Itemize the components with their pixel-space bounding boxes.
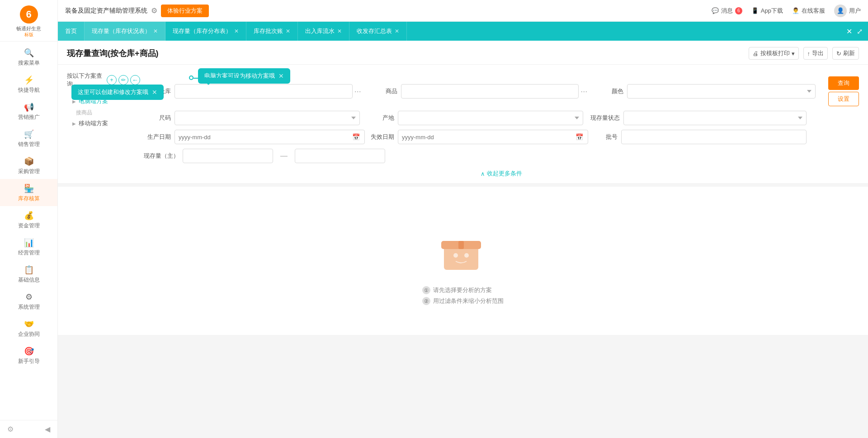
scheme-sub-warehouse[interactable]: 接商品 (76, 108, 140, 118)
operations-icon: 📊 (24, 238, 34, 248)
filter-group-warehouse: 仓库 ··· (144, 84, 363, 99)
export-icon: ↑ (807, 50, 811, 57)
app-download-icon: 📱 (751, 7, 759, 14)
tab-batch-ledger[interactable]: 库存批次账 ✕ (246, 22, 298, 41)
content-area: 现存量查询(按仓库+商品) 🖨 按模板打印 ▾ ↑ 导出 ↻ 刷新 (58, 41, 868, 438)
sidebar-bottom: ⚙ ◀ (0, 420, 57, 438)
tooltip2-close[interactable]: ✕ (152, 89, 157, 96)
online-service-label: 在线客服 (802, 7, 825, 15)
sidebar-item-inventory[interactable]: 🏪 库存核算 (0, 179, 57, 206)
collapse-sidebar-icon[interactable]: ◀ (45, 425, 50, 433)
sidebar-item-finance[interactable]: 💰 资金管理 (0, 206, 57, 233)
stock-status-select[interactable] (623, 111, 807, 125)
hint1-text: 请先选择要分析的方案 (433, 286, 492, 294)
template-print-btn[interactable]: 🖨 按模板打印 ▾ (749, 47, 799, 60)
produce-date-wrap: 📅 (175, 130, 360, 144)
app-download-item[interactable]: 📱 App下载 (751, 7, 783, 15)
page-title: 现存量查询(按仓库+商品) (67, 48, 159, 59)
basic-info-icon: 📋 (24, 265, 34, 275)
filter-group-produce-date: 生产日期 📅 (144, 130, 360, 144)
filter-row-3: 生产日期 📅 失效日期 (144, 130, 859, 144)
tab-in-out-flow-label: 出入库流水 (305, 27, 335, 35)
sales-icon: 🛒 (24, 129, 34, 139)
sidebar-item-purchase[interactable]: 📦 采购管理 (0, 152, 57, 179)
quick-nav-icon: ⚡ (24, 75, 34, 85)
size-select[interactable] (175, 111, 360, 125)
svg-point-4 (464, 253, 469, 258)
tab-receive-summary-label: 收发存汇总表 (357, 27, 392, 35)
warehouse-dots[interactable]: ··· (353, 87, 363, 96)
sidebar-item-system[interactable]: ⚙ 系统管理 (0, 287, 57, 315)
expand-tab-icon[interactable]: ⤢ (857, 27, 863, 36)
produce-date-input[interactable] (175, 130, 365, 144)
collapse-more-btn[interactable]: ∧ 收起更多条件 (481, 170, 522, 178)
tab-inventory-distribution-close[interactable]: ✕ (234, 28, 239, 34)
sidebar-item-guide[interactable]: 🎯 新手引导 (0, 342, 57, 369)
warehouse-input[interactable] (175, 84, 353, 99)
stock-qty-min[interactable] (183, 149, 273, 163)
scheme-mobile[interactable]: ▶ 移动端方案 (67, 118, 140, 129)
svg-rect-2 (458, 241, 464, 249)
hint2-text: 用过滤条件来缩小分析范围 (433, 297, 504, 305)
stock-qty-max[interactable] (295, 149, 385, 163)
sidebar-item-basic-info[interactable]: 📋 基础信息 (0, 260, 57, 287)
settings-bottom-icon[interactable]: ⚙ (7, 425, 14, 433)
hint1-num: ① (422, 286, 430, 294)
size-select-wrap (175, 111, 360, 125)
user-avatar: 👤 (834, 5, 847, 17)
user-label: 用户 (849, 7, 861, 15)
goods-dots[interactable]: ··· (579, 87, 589, 96)
tab-inventory-distribution-label: 现存量（库存分布表） (173, 27, 231, 35)
tab-in-out-flow-close[interactable]: ✕ (337, 28, 342, 34)
origin-select[interactable] (398, 111, 583, 125)
tooltip-pc-scheme: 电脑方案可设为移动方案哦 ✕ (198, 68, 290, 84)
tab-inventory-status-close[interactable]: ✕ (153, 28, 158, 34)
tooltip2-text: 这里可以创建和修改方案哦 (78, 88, 148, 96)
empty-illustration (436, 223, 490, 277)
filter-group-expire-date: 失效日期 📅 (367, 130, 583, 144)
tooltip1-text: 电脑方案可设为移动方案哦 (204, 72, 275, 80)
tab-home-label: 首页 (65, 27, 77, 35)
back-scheme-btn[interactable]: ← (130, 75, 140, 85)
search-btn[interactable]: 查询 (828, 76, 859, 90)
color-label: 颜色 (596, 87, 623, 95)
goods-input[interactable] (401, 84, 579, 99)
tab-batch-ledger-close[interactable]: ✕ (286, 28, 290, 34)
edit-scheme-btn[interactable]: ✏ (118, 75, 128, 85)
empty-hint-2: ② 用过滤条件来缩小分析范围 (422, 297, 504, 305)
add-scheme-btn[interactable]: + (107, 75, 117, 85)
sidebar-item-enterprise[interactable]: 🤝 企业协同 (0, 315, 57, 342)
color-select-wrap (627, 84, 816, 99)
user-item[interactable]: 👤 用户 (834, 5, 861, 17)
header-settings-icon[interactable]: ⚙ (151, 6, 157, 15)
tooltip1-close[interactable]: ✕ (278, 72, 284, 80)
sidebar: 6 畅通好生意 标版 🔍 搜索菜单 ⚡ 快捷导航 📢 营销推广 🛒 销售管理 📦… (0, 0, 58, 438)
tab-bar-end: ✕ ⤢ (841, 22, 868, 41)
sidebar-item-quick-nav[interactable]: ⚡ 快捷导航 (0, 71, 57, 98)
trial-btn[interactable]: 体验行业方案 (161, 5, 209, 17)
tab-receive-summary-close[interactable]: ✕ (395, 28, 399, 34)
close-all-tabs-icon[interactable]: ✕ (846, 27, 852, 36)
expire-date-input[interactable] (398, 130, 588, 144)
color-select[interactable] (627, 84, 816, 99)
mobile-expand-icon: ▶ (72, 121, 76, 126)
tab-in-out-flow[interactable]: 出入库流水 ✕ (298, 22, 349, 41)
produce-date-icon[interactable]: 📅 (352, 133, 360, 141)
tab-receive-summary[interactable]: 收发存汇总表 ✕ (349, 22, 407, 41)
header-left: 装备及固定资产辅助管理系统 ⚙ 体验行业方案 (65, 5, 209, 17)
message-item[interactable]: 💬 消息 6 (712, 7, 742, 15)
sidebar-item-marketing[interactable]: 📢 营销推广 (0, 98, 57, 125)
online-service-icon: 👨‍💼 (792, 7, 799, 14)
refresh-btn[interactable]: ↻ 刷新 (832, 47, 859, 60)
tab-inventory-status[interactable]: 现存量（库存状况表） ✕ (85, 22, 165, 41)
tab-home[interactable]: 首页 (58, 22, 85, 41)
export-btn[interactable]: ↑ 导出 (803, 47, 828, 60)
online-service-item[interactable]: 👨‍💼 在线客服 (792, 7, 825, 15)
tab-inventory-distribution[interactable]: 现存量（库存分布表） ✕ (165, 22, 246, 41)
reset-btn[interactable]: 设置 (828, 92, 859, 106)
sidebar-item-operations[interactable]: 📊 经营管理 (0, 233, 57, 260)
batch-input[interactable] (621, 130, 807, 144)
sidebar-item-sales[interactable]: 🛒 销售管理 (0, 125, 57, 152)
sidebar-item-search-menu[interactable]: 🔍 搜索菜单 (0, 43, 57, 71)
expire-date-icon[interactable]: 📅 (576, 133, 583, 141)
